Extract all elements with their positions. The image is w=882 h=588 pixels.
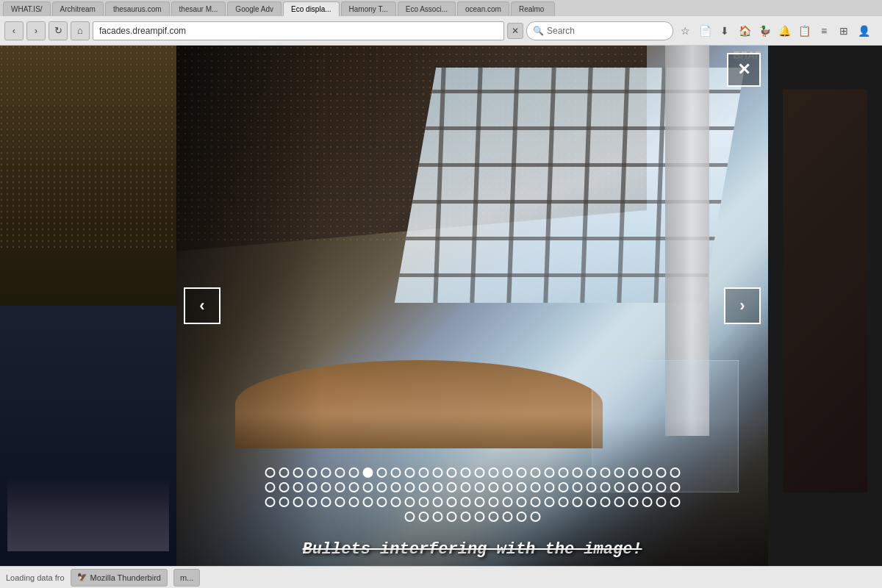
bullet-dot[interactable] <box>502 482 512 492</box>
prev-button[interactable]: ‹ <box>184 287 220 324</box>
bullet-dot[interactable] <box>544 467 554 478</box>
bullet-dot[interactable] <box>418 497 429 507</box>
bullet-dot[interactable] <box>544 482 554 492</box>
bullet-dot[interactable] <box>348 482 359 492</box>
notification-icon[interactable]: 🔔 <box>775 22 793 40</box>
bullet-dot[interactable] <box>586 482 596 492</box>
avatar-icon[interactable]: 👤 <box>855 22 872 40</box>
bullet-dot[interactable] <box>320 467 331 478</box>
address-bar[interactable]: facades.dreampif.com <box>93 21 504 40</box>
bullet-dot[interactable] <box>656 497 666 507</box>
bullet-dot[interactable] <box>348 467 359 478</box>
taskbar-thunderbird[interactable]: 🦅 Mozilla Thunderbird <box>71 569 168 587</box>
bullet-dot[interactable] <box>432 512 442 522</box>
bullet-dot[interactable] <box>600 467 610 478</box>
bullet-dot[interactable] <box>460 497 470 507</box>
bullet-dot[interactable] <box>530 512 540 522</box>
bullet-dot[interactable] <box>474 512 484 522</box>
close-lightbox-button[interactable]: ✕ <box>727 53 761 87</box>
bullet-dot[interactable] <box>432 467 442 478</box>
bullet-dot[interactable] <box>474 482 484 492</box>
bookmark-star-icon[interactable]: ☆ <box>676 22 694 40</box>
tab-0[interactable]: WHAT.IS/ <box>3 1 51 16</box>
bullet-dot[interactable] <box>306 497 317 507</box>
bullet-dot[interactable] <box>265 482 275 492</box>
forward-button[interactable]: › <box>26 21 46 40</box>
tab-5[interactable]: Eco displa... <box>283 1 339 16</box>
bullet-dot[interactable] <box>334 467 345 478</box>
bullet-dot[interactable] <box>502 467 512 478</box>
bullet-dot[interactable] <box>334 482 345 492</box>
bullet-dot[interactable] <box>279 482 289 492</box>
extensions-icon[interactable]: ⊞ <box>835 22 853 40</box>
bullet-dot[interactable] <box>320 482 331 492</box>
tab-3[interactable]: thesaur M... <box>171 1 226 16</box>
bullet-dot[interactable] <box>446 512 456 522</box>
bullet-dot[interactable] <box>558 467 568 478</box>
bullet-dot[interactable] <box>362 467 373 478</box>
back-button[interactable]: ‹ <box>4 21 24 40</box>
tab-7[interactable]: Eco Associ... <box>398 1 456 16</box>
bullet-dot[interactable] <box>628 467 638 478</box>
bullet-dot[interactable] <box>265 497 275 507</box>
bullet-dot[interactable] <box>293 482 303 492</box>
bullet-dot[interactable] <box>446 497 456 507</box>
bullet-dot[interactable] <box>265 467 275 478</box>
bullet-dot[interactable] <box>656 467 666 478</box>
bullet-dot[interactable] <box>586 467 596 478</box>
bullet-dot[interactable] <box>293 497 303 507</box>
bullet-dot[interactable] <box>614 467 624 478</box>
duckduckgo-icon[interactable]: 🦆 <box>756 22 773 40</box>
bullet-dot[interactable] <box>376 467 387 478</box>
bullet-dot[interactable] <box>614 482 624 492</box>
bullet-dot[interactable] <box>279 467 289 478</box>
tab-8[interactable]: ocean.com <box>457 1 509 16</box>
next-button[interactable]: › <box>724 287 761 324</box>
bullet-dot[interactable] <box>656 482 666 492</box>
tab-6[interactable]: Hamony T... <box>341 1 396 16</box>
bullet-dot[interactable] <box>460 467 470 478</box>
bullet-dot[interactable] <box>586 497 596 507</box>
bullet-dot[interactable] <box>488 482 498 492</box>
bullet-dot[interactable] <box>446 482 456 492</box>
bullet-dot[interactable] <box>572 482 582 492</box>
bullet-dot[interactable] <box>362 497 373 507</box>
bullet-dot[interactable] <box>516 482 526 492</box>
bullet-dot[interactable] <box>600 482 610 492</box>
search-bar[interactable]: 🔍 Search <box>526 21 673 40</box>
bullet-dot[interactable] <box>418 482 429 492</box>
bullet-dot[interactable] <box>628 497 638 507</box>
tab-1[interactable]: Architream <box>52 1 104 16</box>
bullet-dot[interactable] <box>293 467 303 478</box>
home-button[interactable]: ⌂ <box>71 21 90 40</box>
bullet-dot[interactable] <box>418 467 429 478</box>
bullet-dot[interactable] <box>558 497 568 507</box>
bullet-dot[interactable] <box>544 497 554 507</box>
bullet-dot[interactable] <box>279 497 289 507</box>
bullet-dot[interactable] <box>516 497 526 507</box>
bullet-dot[interactable] <box>446 467 456 478</box>
bullet-dot[interactable] <box>530 482 540 492</box>
bullet-dot[interactable] <box>530 497 540 507</box>
bullet-dot[interactable] <box>460 482 470 492</box>
bullet-dot[interactable] <box>404 482 415 492</box>
bullet-dot[interactable] <box>502 497 512 507</box>
bullet-dot[interactable] <box>432 482 442 492</box>
bullet-dot[interactable] <box>516 467 526 478</box>
bullet-dot[interactable] <box>460 512 470 522</box>
bullet-dot[interactable] <box>488 512 498 522</box>
bullet-dot[interactable] <box>558 482 568 492</box>
bullet-dot[interactable] <box>404 467 415 478</box>
bullet-dot[interactable] <box>418 512 429 522</box>
bullet-dot[interactable] <box>390 497 401 507</box>
bullet-dot[interactable] <box>404 512 415 522</box>
bullet-dot[interactable] <box>670 497 680 507</box>
bullet-dot[interactable] <box>614 497 624 507</box>
menu-icon[interactable]: ≡ <box>815 22 833 40</box>
bullet-dot[interactable] <box>362 482 373 492</box>
bullet-dot[interactable] <box>306 467 317 478</box>
home-icon[interactable]: 🏠 <box>736 22 753 40</box>
bullet-dot[interactable] <box>530 467 540 478</box>
bullet-dot[interactable] <box>642 467 652 478</box>
tab-2[interactable]: thesaurus.com <box>105 1 170 16</box>
